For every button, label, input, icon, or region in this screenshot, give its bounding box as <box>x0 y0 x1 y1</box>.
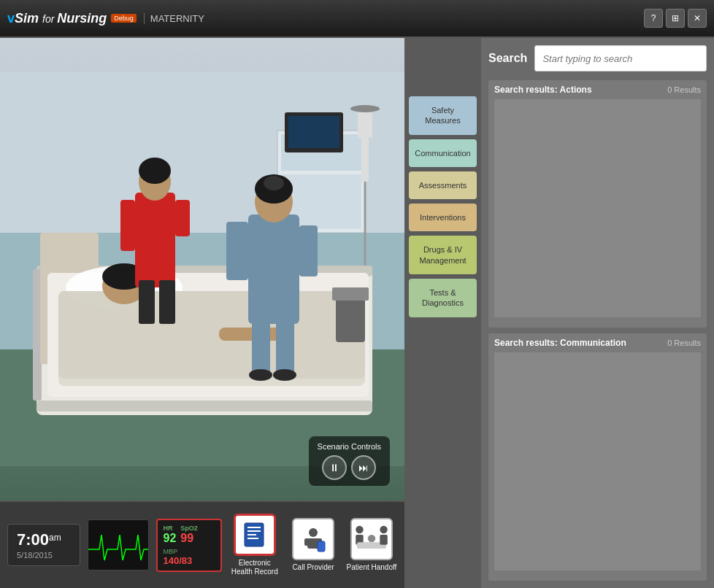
svg-point-58 <box>380 526 387 533</box>
title-bar: vSim for Nursing Debug MATERNITY ? ⊞ ✕ <box>0 0 714 38</box>
svg-rect-10 <box>358 112 372 138</box>
sim-panel: Scenario Controls ⏸ ⏭ 7:00am 5/18/2015 <box>0 38 404 588</box>
search-results-communication-title: Search results: Communication <box>494 338 626 348</box>
svg-rect-31 <box>248 214 299 324</box>
svg-rect-53 <box>318 541 325 552</box>
time-text: 7:00 <box>17 530 49 549</box>
scene-svg <box>0 38 404 500</box>
ehr-button[interactable]: Electronic Health Record <box>229 514 280 576</box>
grid-button[interactable]: ⊞ <box>666 9 685 28</box>
call-provider-label: Call Provider <box>292 563 334 572</box>
search-header: Search <box>488 45 707 71</box>
scenario-controls: Scenario Controls ⏸ ⏭ <box>309 436 390 486</box>
svg-rect-59 <box>380 535 387 545</box>
pause-button[interactable]: ⏸ <box>322 455 347 480</box>
svg-rect-35 <box>252 317 270 375</box>
communication-button[interactable]: Communication <box>409 139 477 167</box>
patient-handoff-label: Patient Handoff <box>347 563 397 572</box>
search-results-actions-title: Search results: Actions <box>494 85 592 95</box>
search-input[interactable] <box>534 45 707 71</box>
svg-rect-45 <box>247 527 261 528</box>
title-left: vSim for Nursing Debug MATERNITY <box>7 11 204 26</box>
maternity-label: MATERNITY <box>144 13 204 24</box>
svg-point-56 <box>368 535 375 542</box>
svg-point-37 <box>249 369 272 381</box>
right-panel: Safety Measures Communication Assessment… <box>404 38 714 588</box>
svg-rect-48 <box>247 538 258 539</box>
svg-rect-46 <box>247 530 261 532</box>
svg-rect-20 <box>58 291 365 386</box>
ehr-label: Electronic Health Record <box>229 559 280 576</box>
mbp-value: 140/83 <box>164 555 193 566</box>
scenario-label: Scenario Controls <box>318 442 381 451</box>
call-provider-button[interactable]: Call Provider <box>288 518 339 572</box>
search-results-actions: Search results: Actions 0 Results <box>488 80 707 328</box>
svg-rect-40 <box>299 225 318 276</box>
search-panel: Search Search results: Actions 0 Results… <box>481 38 714 588</box>
help-button[interactable]: ? <box>644 9 663 28</box>
search-results-communication: Search results: Communication 0 Results <box>488 333 707 581</box>
svg-rect-7 <box>288 116 339 148</box>
main-content: Scenario Controls ⏸ ⏭ 7:00am 5/18/2015 <box>0 38 714 588</box>
svg-point-38 <box>273 369 296 381</box>
svg-rect-47 <box>247 534 256 535</box>
svg-rect-41 <box>336 298 365 342</box>
app-title: vSim for Nursing <box>7 11 107 26</box>
search-results-communication-header: Search results: Communication 0 Results <box>494 338 701 348</box>
drugs-iv-button[interactable]: Drugs & IV Management <box>409 236 477 274</box>
svg-point-26 <box>139 158 171 184</box>
hr-label: HR <box>164 525 177 532</box>
category-menu: Safety Measures Communication Assessment… <box>404 38 481 588</box>
svg-rect-14 <box>37 401 372 411</box>
svg-point-34 <box>264 176 284 190</box>
svg-point-49 <box>309 528 318 537</box>
interventions-button[interactable]: Interventions <box>409 204 477 231</box>
svg-rect-36 <box>276 317 294 375</box>
svg-rect-29 <box>120 200 135 251</box>
svg-rect-28 <box>159 280 175 324</box>
app-nursing: Nursing <box>57 11 107 26</box>
app-v: v <box>7 11 15 26</box>
sim-viewport: Scenario Controls ⏸ ⏭ <box>0 38 404 500</box>
search-results-actions-header: Search results: Actions 0 Results <box>494 85 701 95</box>
spo2-value: 99 <box>180 532 198 545</box>
svg-rect-39 <box>226 222 248 280</box>
date-text: 5/18/2015 <box>17 551 71 560</box>
spo2-label: SpO2 <box>180 525 198 532</box>
time-ampm: am <box>49 533 61 543</box>
mbp-label: MBP <box>164 548 193 555</box>
svg-rect-42 <box>332 287 369 301</box>
search-results-actions-body <box>494 99 701 317</box>
tests-diagnostics-button[interactable]: Tests & Diagnostics <box>409 279 477 317</box>
safety-measures-button[interactable]: Safety Measures <box>409 96 477 135</box>
svg-rect-24 <box>135 193 175 287</box>
time-display: 7:00am 5/18/2015 <box>7 524 80 566</box>
app-for: for <box>42 13 57 25</box>
svg-rect-51 <box>304 538 310 546</box>
search-results-communication-count: 0 Results <box>667 339 701 347</box>
svg-point-9 <box>350 105 380 112</box>
title-controls: ? ⊞ ✕ <box>644 9 707 28</box>
close-button[interactable]: ✕ <box>688 9 707 28</box>
search-results-actions-count: 0 Results <box>667 85 701 94</box>
ehr-icon <box>234 514 276 556</box>
debug-badge: Debug <box>111 14 137 23</box>
app-sim: Sim <box>15 11 39 26</box>
svg-rect-11 <box>361 138 369 182</box>
assessments-button[interactable]: Assessments <box>409 171 477 199</box>
svg-rect-27 <box>139 280 155 324</box>
ecg-display <box>88 519 149 570</box>
patient-handoff-button[interactable]: Patient Handoff <box>346 518 397 572</box>
patient-handoff-icon <box>350 518 393 560</box>
svg-rect-30 <box>175 200 190 236</box>
scenario-buttons: ⏸ ⏭ <box>322 455 376 480</box>
vitals-display: HR 92 SpO2 99 MBP 140/83 <box>156 519 222 572</box>
svg-point-54 <box>356 526 363 533</box>
status-bar: 7:00am 5/18/2015 HR 92 <box>0 500 404 588</box>
search-title: Search <box>488 52 527 65</box>
search-results-communication-body <box>494 352 701 570</box>
hr-value: 92 <box>164 532 177 545</box>
forward-button[interactable]: ⏭ <box>351 455 376 480</box>
call-provider-icon <box>292 518 334 560</box>
